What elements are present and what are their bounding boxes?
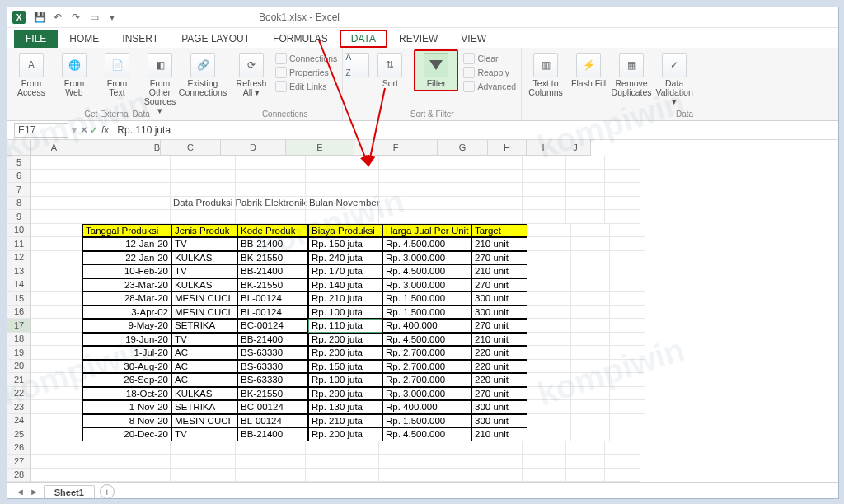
cell[interactable] [379,455,467,469]
cell[interactable] [528,400,571,414]
cell[interactable]: 1-Nov-20 [82,400,171,414]
cell[interactable] [528,427,571,441]
sheet-tab[interactable]: Sheet1 [44,485,95,499]
cell[interactable] [82,170,171,184]
cell[interactable] [605,455,640,469]
cell[interactable]: 300 unit [471,306,528,320]
cell[interactable] [523,210,566,224]
cell[interactable] [236,441,306,455]
cell[interactable]: Rp. 100 juta [308,373,382,387]
cell[interactable] [528,360,571,374]
cell[interactable] [171,183,236,197]
cell[interactable]: 210 unit [471,427,528,441]
cell[interactable] [379,441,467,455]
cell[interactable]: 300 unit [471,414,528,428]
cell[interactable]: Rp. 4.500.000 [382,237,471,251]
column-header[interactable]: B [77,140,161,155]
cell[interactable]: 23-Mar-20 [82,278,171,292]
cell[interactable]: Rp. 290 juta [308,387,382,401]
cell[interactable] [467,156,523,170]
row-header[interactable]: 9 [7,210,30,224]
cell[interactable]: Harga Jual Per Unit [382,224,471,238]
cell[interactable] [31,427,82,441]
column-header[interactable]: A [31,140,77,155]
cell[interactable]: 210 unit [471,237,528,251]
cell[interactable] [528,264,571,278]
cell[interactable]: Rp. 400.000 [382,319,471,333]
cell[interactable]: SETRIKA [171,400,237,414]
cell[interactable] [571,346,610,360]
row-header[interactable]: 23 [7,400,30,414]
cell[interactable]: 18-Oct-20 [82,387,171,401]
cell[interactable] [31,333,82,347]
row-header[interactable]: 28 [7,469,30,483]
sheet-nav-prev-icon[interactable]: ◄ [16,487,25,497]
row-header[interactable]: 21 [7,373,30,387]
cell[interactable] [566,210,605,224]
cell[interactable] [31,346,82,360]
cell[interactable] [306,197,379,211]
reapply-filter-button[interactable]: Reapply [463,67,516,78]
cell[interactable]: Rp. 3.000.000 [382,251,471,265]
cell[interactable]: Rp. 3.000.000 [382,387,471,401]
cell[interactable]: Data Produksi Pabrik Elektronik Bulan No… [171,197,236,211]
properties-button[interactable]: Properties [275,67,337,78]
cell[interactable] [31,251,82,265]
row-header[interactable]: 13 [7,264,30,278]
cell[interactable] [528,319,571,333]
tab-formulas[interactable]: FORMULAS [261,30,340,48]
cell[interactable] [610,264,645,278]
text-to-columns-button[interactable]: ▥Text to Columns [527,49,565,97]
row-header[interactable]: 20 [7,360,30,374]
column-header[interactable]: C [161,140,221,155]
row-header[interactable]: 19 [7,346,30,360]
cell[interactable] [306,441,379,455]
cell[interactable] [171,210,236,224]
cell[interactable]: 270 unit [471,387,528,401]
cell[interactable] [528,387,571,401]
row-header[interactable]: 22 [7,387,30,401]
cell[interactable] [236,156,306,170]
cell[interactable]: 10-Feb-20 [82,264,171,278]
cell[interactable] [31,455,82,469]
cell[interactable] [379,197,467,211]
cell[interactable] [566,469,605,483]
cell[interactable] [306,455,379,469]
cell[interactable] [31,360,82,374]
cell[interactable] [31,156,82,170]
cell[interactable]: 20-Dec-20 [82,427,171,441]
cell[interactable]: TV [171,237,237,251]
cell[interactable] [523,170,566,184]
cell[interactable] [236,183,306,197]
cell[interactable] [31,210,82,224]
cell[interactable] [610,237,645,251]
cell[interactable]: BL-00124 [237,306,308,320]
cell[interactable] [467,183,523,197]
cell[interactable] [571,237,610,251]
cell[interactable] [467,170,523,184]
cell[interactable] [571,264,610,278]
cell[interactable] [528,373,571,387]
row-header[interactable]: 15 [7,292,30,306]
cell[interactable] [467,469,523,483]
tab-page-layout[interactable]: PAGE LAYOUT [170,30,261,48]
row-header[interactable]: 24 [7,414,30,428]
column-header[interactable]: D [221,140,286,155]
cell[interactable] [31,237,82,251]
cell[interactable] [236,469,306,483]
cell[interactable]: 210 unit [471,264,528,278]
cell[interactable]: 9-May-20 [82,319,171,333]
cell[interactable] [236,210,306,224]
cell[interactable] [31,197,82,211]
cell[interactable]: 270 unit [471,278,528,292]
data-validation-button[interactable]: ✓Data Validation ▾ [655,49,693,106]
select-all-corner[interactable] [7,140,31,156]
name-box[interactable]: E17 [14,123,68,138]
cell[interactable] [571,224,610,238]
cell[interactable] [610,414,645,428]
cell[interactable]: BK-21550 [237,387,308,401]
cell[interactable]: KULKAS [171,251,237,265]
cell[interactable]: 8-Nov-20 [82,414,171,428]
cell[interactable]: 19-Jun-20 [82,333,171,347]
cell[interactable]: Tanggal Produksi [82,224,171,238]
